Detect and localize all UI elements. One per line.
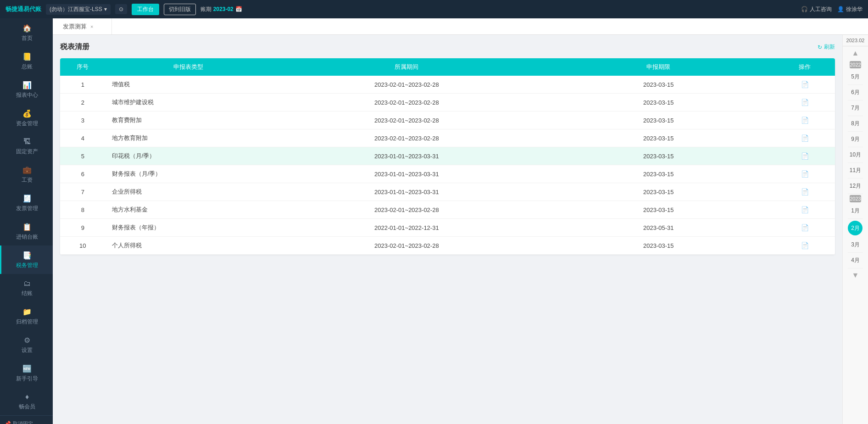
cell-no: 3 xyxy=(60,112,106,129)
table-row: 10个人所得税2023-02-01~2023-02-282023-03-15📄 xyxy=(60,237,835,255)
calendar-year-2022: 2022 xyxy=(850,61,861,68)
main-layout: 🏠首页📒总账📊报表中心💰资金管理🏗固定资产💼工资🧾发票管理📋进销台账📑税务管理🗂… xyxy=(0,18,868,424)
sidebar-label-guide: 新手引导 xyxy=(16,375,38,383)
calendar-month-2022-9月[interactable]: 9月 xyxy=(848,132,862,147)
cell-deadline: 2023-03-15 xyxy=(542,76,775,94)
col-header-2: 所属期间 xyxy=(271,58,542,76)
calendar-panel: 2023.02 ▲ 20225月6月7月8月9月10月11月12月20231月2… xyxy=(842,35,868,424)
cell-period: 2023-02-01~2023-02-28 xyxy=(271,76,542,94)
guide-icon: 🆕 xyxy=(22,364,32,373)
home-icon: 🏠 xyxy=(22,24,32,33)
cell-action: 📄 xyxy=(775,94,835,112)
calendar-scroll-up[interactable]: ▲ xyxy=(843,46,868,60)
action-doc-icon[interactable]: 📄 xyxy=(801,81,809,88)
calendar-active-month[interactable]: 2月 xyxy=(848,221,862,235)
cell-type: 印花税（月/季） xyxy=(106,147,271,165)
sidebar-item-report[interactable]: 📊报表中心 xyxy=(0,75,53,104)
sidebar-item-invoice[interactable]: 🧾发票管理 xyxy=(0,189,53,217)
calendar-month-2022-10月[interactable]: 10月 xyxy=(848,147,862,163)
col-header-0: 序号 xyxy=(60,58,106,76)
action-doc-icon[interactable]: 📄 xyxy=(801,206,809,213)
calendar-month-2023-4月[interactable]: 4月 xyxy=(848,253,862,268)
action-doc-icon[interactable]: 📄 xyxy=(801,134,809,142)
action-doc-icon[interactable]: 📄 xyxy=(801,242,809,249)
sidebar-item-settings[interactable]: ⚙设置 xyxy=(0,330,53,359)
cell-period: 2023-02-01~2023-02-28 xyxy=(271,112,542,129)
calendar-month-2022-12月[interactable]: 12月 xyxy=(848,179,862,194)
company-selector[interactable]: (勿动）江西服宝-LSS ▾ xyxy=(46,4,111,15)
tab-invoice_check[interactable]: 发票测算× xyxy=(56,18,112,35)
cell-no: 2 xyxy=(60,94,106,112)
settings-icon: ⚙ xyxy=(24,336,30,345)
cell-action: 📄 xyxy=(775,112,835,129)
sidebar-item-purchase[interactable]: 📋进销台账 xyxy=(0,217,53,245)
calendar-month-2023-3月[interactable]: 3月 xyxy=(848,237,862,253)
period-label: 账期 2023-02 📅 xyxy=(200,6,242,13)
cell-type: 地方水利基金 xyxy=(106,201,271,219)
company-name: (勿动）江西服宝-LSS xyxy=(50,6,102,13)
switch-old-button[interactable]: 切到旧版 xyxy=(164,4,196,15)
sidebar-label-archive: 归档管理 xyxy=(16,318,38,326)
calendar-month-2022-6月[interactable]: 6月 xyxy=(848,85,862,100)
action-doc-icon[interactable]: 📄 xyxy=(801,170,809,178)
sidebar-pin-button[interactable]: 📌 取消固定 xyxy=(0,415,53,424)
sidebar-item-tax[interactable]: 📑税务管理 xyxy=(0,245,53,274)
copy-icon-button[interactable]: ⊙ xyxy=(115,4,127,14)
invoice-icon: 🧾 xyxy=(22,194,32,203)
sidebar-item-fund[interactable]: 💰资金管理 xyxy=(0,104,53,132)
col-header-3: 申报期限 xyxy=(542,58,775,76)
sidebar-item-settle[interactable]: 🗂结账 xyxy=(0,274,53,302)
top-bar-right: 🎧 人工咨询 👤 徐涂华 xyxy=(801,6,862,13)
pin-icon: 📌 xyxy=(5,421,11,424)
sidebar-label-tax: 税务管理 xyxy=(16,262,38,269)
tax-table: 序号申报表类型所属期间申报期限操作 1增值税2023-02-01~2023-02… xyxy=(60,58,835,255)
calendar-month-2022-8月[interactable]: 8月 xyxy=(848,116,862,132)
sidebar-item-archive[interactable]: 📁归档管理 xyxy=(0,302,53,330)
action-doc-icon[interactable]: 📄 xyxy=(801,117,809,124)
action-doc-icon[interactable]: 📄 xyxy=(801,224,809,231)
table-row: 1增值税2023-02-01~2023-02-282023-03-15📄 xyxy=(60,76,835,94)
calendar-month-2022-7月[interactable]: 7月 xyxy=(848,100,862,116)
cell-type: 个人所得税 xyxy=(106,237,271,255)
tab-bar: 首页工资表×工资统计报表×发票×发票测算×发票开具×进销稽核×进销台账×税表清册… xyxy=(53,18,868,35)
user-menu[interactable]: 👤 徐涂华 xyxy=(837,6,862,13)
cell-action: 📄 xyxy=(775,165,835,183)
sidebar-label-report: 报表中心 xyxy=(16,91,38,99)
cell-type: 财务报表（年报） xyxy=(106,219,271,237)
table-row: 5印花税（月/季）2023-01-01~2023-03-312023-03-15… xyxy=(60,147,835,165)
refresh-button[interactable]: ↻ 刷新 xyxy=(818,43,835,51)
cell-type: 增值税 xyxy=(106,76,271,94)
sidebar-item-vip[interactable]: ♦畅会员 xyxy=(0,387,53,415)
sidebar-item-salary[interactable]: 💼工资 xyxy=(0,160,53,189)
cell-action: 📄 xyxy=(775,219,835,237)
table-row: 9财务报表（年报）2022-01-01~2022-12-312023-05-31… xyxy=(60,219,835,237)
main-panel: 税表清册 ↻ 刷新 序号申报表类型所属期间申报期限操作 1增值税2023-02-… xyxy=(53,35,842,424)
sidebar-item-home[interactable]: 🏠首页 xyxy=(0,18,53,47)
sidebar-label-home: 首页 xyxy=(22,34,33,42)
calendar-year-label: 2023.02 xyxy=(843,35,868,46)
action-doc-icon[interactable]: 📄 xyxy=(801,99,809,106)
cell-type: 财务报表（月/季） xyxy=(106,165,271,183)
table-row: 8地方水利基金2023-02-01~2023-02-282023-03-15📄 xyxy=(60,201,835,219)
action-doc-icon[interactable]: 📄 xyxy=(801,152,809,160)
ai-consult-button[interactable]: 🎧 人工咨询 xyxy=(801,6,832,13)
cell-deadline: 2023-03-15 xyxy=(542,183,775,201)
calendar-month-2022-5月[interactable]: 5月 xyxy=(848,69,862,85)
sidebar-item-ledger[interactable]: 📒总账 xyxy=(0,47,53,75)
cell-deadline: 2023-03-15 xyxy=(542,147,775,165)
sidebar-item-guide[interactable]: 🆕新手引导 xyxy=(0,359,53,387)
calendar-icon[interactable]: 📅 xyxy=(235,6,242,12)
sidebar-label-fund: 资金管理 xyxy=(16,120,38,128)
calendar-month-2023-1月[interactable]: 1月 xyxy=(848,203,862,219)
top-bar: 畅捷通易代账 (勿动）江西服宝-LSS ▾ ⊙ 工作台 切到旧版 账期 2023… xyxy=(0,0,868,18)
calendar-month-2022-11月[interactable]: 11月 xyxy=(848,163,862,179)
tab-close-invoice_check[interactable]: × xyxy=(90,24,93,29)
chevron-down-icon: ▾ xyxy=(104,6,107,12)
action-doc-icon[interactable]: 📄 xyxy=(801,188,809,195)
calendar-scroll-down[interactable]: ▼ xyxy=(843,268,868,282)
cell-no: 6 xyxy=(60,165,106,183)
sidebar-item-fixed[interactable]: 🏗固定资产 xyxy=(0,132,53,160)
workbench-button[interactable]: 工作台 xyxy=(132,4,159,15)
page-content: 税表清册 ↻ 刷新 序号申报表类型所属期间申报期限操作 1增值税2023-02-… xyxy=(53,35,868,424)
sidebar-label-settings: 设置 xyxy=(22,346,33,354)
